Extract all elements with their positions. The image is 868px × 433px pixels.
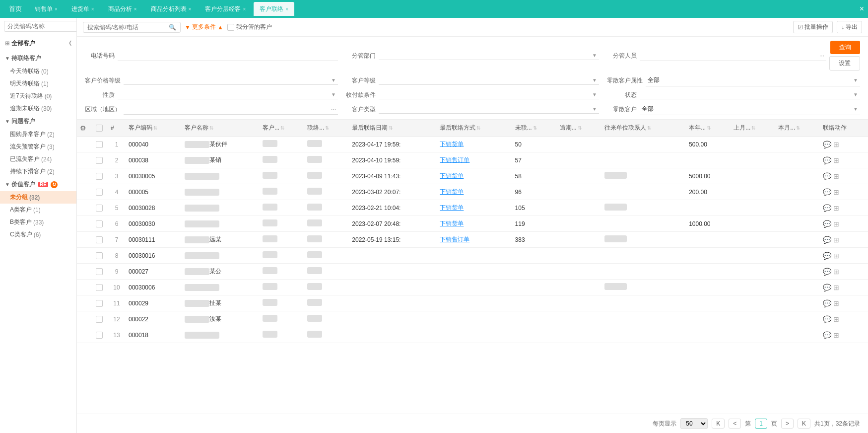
close-product-analysis-list-icon[interactable]: × bbox=[189, 6, 192, 12]
td-last-method[interactable] bbox=[437, 264, 512, 280]
home-tab[interactable]: 首页 bbox=[4, 4, 27, 13]
grid-action-icon[interactable]: ⊞ bbox=[833, 252, 839, 260]
tab-customer-segment[interactable]: 客户分层经客 × bbox=[199, 2, 252, 16]
close-purchase-icon[interactable]: × bbox=[91, 6, 94, 12]
last-page-button[interactable]: K bbox=[798, 419, 810, 429]
th-unlinked[interactable]: 未联... bbox=[512, 120, 557, 137]
sidebar-search-input[interactable] bbox=[4, 21, 77, 32]
grid-action-icon[interactable]: ⊞ bbox=[833, 188, 839, 196]
message-icon[interactable]: 💬 bbox=[823, 252, 831, 260]
th-this-month[interactable]: 本月... bbox=[775, 120, 820, 137]
customer-level-select[interactable]: ▼ bbox=[379, 76, 599, 85]
reset-button[interactable]: 设置 bbox=[829, 56, 860, 71]
close-sales-icon[interactable]: × bbox=[55, 6, 58, 12]
close-customer-segment-icon[interactable]: × bbox=[243, 6, 246, 12]
row-checkbox[interactable] bbox=[96, 157, 103, 164]
message-icon[interactable]: 💬 bbox=[823, 220, 831, 228]
sidebar-item-hoard-abnormal[interactable]: 囤购异常客户(2) bbox=[0, 128, 76, 141]
retail-attr-select[interactable]: 全部 ▼ bbox=[646, 74, 860, 86]
select-all-checkbox[interactable] bbox=[96, 125, 103, 132]
batch-ops-button[interactable]: ☑ 批量操作 bbox=[793, 21, 833, 33]
td-last-method[interactable] bbox=[437, 311, 512, 327]
td-checkbox[interactable] bbox=[93, 264, 108, 280]
message-icon[interactable]: 💬 bbox=[823, 299, 831, 307]
settings-icon[interactable]: ⚙ bbox=[80, 124, 86, 132]
grid-action-icon[interactable]: ⊞ bbox=[833, 284, 839, 291]
row-checkbox[interactable] bbox=[96, 284, 103, 291]
sidebar-all-customers[interactable]: ⊞ 全部客户 《 bbox=[0, 35, 76, 52]
th-last-month[interactable]: 上月... bbox=[731, 120, 775, 137]
th-settings[interactable]: ⚙ bbox=[77, 120, 93, 137]
td-checkbox[interactable] bbox=[93, 184, 108, 200]
row-checkbox[interactable] bbox=[96, 205, 103, 212]
row-checkbox[interactable] bbox=[96, 316, 103, 323]
th-checkbox[interactable] bbox=[93, 120, 108, 137]
last-method-link[interactable]: 下销货单 bbox=[440, 188, 464, 195]
grid-action-icon[interactable]: ⊞ bbox=[833, 236, 839, 244]
sidebar-item-overdue-pending[interactable]: 逾期未联络(30) bbox=[0, 102, 76, 115]
dept-select[interactable]: ▼ bbox=[379, 51, 599, 60]
phone-input[interactable] bbox=[118, 51, 338, 61]
last-method-link[interactable]: 下销货单 bbox=[440, 141, 464, 147]
row-checkbox[interactable] bbox=[96, 189, 103, 196]
row-checkbox[interactable] bbox=[96, 300, 103, 307]
sidebar-item-week-pending[interactable]: 近7天待联络(0) bbox=[0, 90, 76, 102]
grid-action-icon[interactable]: ⊞ bbox=[833, 299, 839, 307]
tab-customer-contact[interactable]: 客户联络 × bbox=[254, 2, 294, 16]
grid-action-icon[interactable]: ⊞ bbox=[833, 268, 839, 276]
td-checkbox[interactable] bbox=[93, 216, 108, 232]
message-icon[interactable]: 💬 bbox=[823, 331, 831, 339]
export-button[interactable]: ↓ 导出 bbox=[837, 21, 862, 33]
sidebar-group-value[interactable]: ▼ 价值客户 RE ↻ bbox=[0, 178, 76, 191]
sidebar-item-loss-warning[interactable]: 流失预警客户(3) bbox=[0, 141, 76, 153]
manager-more-icon[interactable]: ··· bbox=[819, 52, 824, 59]
last-method-link[interactable]: 下销售订单 bbox=[440, 156, 469, 163]
last-method-link[interactable]: 下销货单 bbox=[440, 204, 464, 211]
td-checkbox[interactable] bbox=[93, 168, 108, 184]
close-customer-contact-icon[interactable]: × bbox=[285, 6, 288, 12]
td-checkbox[interactable] bbox=[93, 152, 108, 168]
message-icon[interactable]: 💬 bbox=[823, 204, 831, 212]
td-last-method[interactable]: 下销货单 bbox=[437, 216, 512, 232]
message-icon[interactable]: 💬 bbox=[823, 188, 831, 196]
row-checkbox[interactable] bbox=[96, 141, 103, 148]
row-checkbox[interactable] bbox=[96, 268, 103, 275]
sidebar-item-ungrouped[interactable]: 未分组(32) bbox=[0, 191, 76, 204]
sidebar-item-class-a[interactable]: A类客户(1) bbox=[0, 204, 76, 216]
td-last-method[interactable] bbox=[437, 295, 512, 311]
close-window-icon[interactable]: × bbox=[860, 4, 864, 13]
price-level-select[interactable]: ▼ bbox=[124, 76, 338, 85]
grid-action-icon[interactable]: ⊞ bbox=[833, 220, 839, 228]
close-product-analysis-icon[interactable]: × bbox=[134, 6, 137, 12]
row-checkbox[interactable] bbox=[96, 173, 103, 180]
grid-action-icon[interactable]: ⊞ bbox=[833, 315, 839, 323]
status-select[interactable]: ▼ bbox=[640, 90, 860, 99]
sidebar-item-tomorrow-pending[interactable]: 明天待联络(1) bbox=[0, 77, 76, 90]
sidebar-collapse-icon[interactable]: 《 bbox=[66, 40, 71, 47]
query-button[interactable]: 查询 bbox=[830, 41, 860, 54]
th-this-year[interactable]: 本年... bbox=[686, 120, 731, 137]
message-icon[interactable]: 💬 bbox=[823, 268, 831, 276]
last-method-link[interactable]: 下销售订单 bbox=[440, 236, 469, 243]
row-checkbox[interactable] bbox=[96, 236, 103, 243]
th-overdue[interactable]: 逾期... bbox=[557, 120, 601, 137]
sidebar-item-lost[interactable]: 已流失客户(24) bbox=[0, 153, 76, 165]
grid-action-icon[interactable]: ⊞ bbox=[833, 204, 839, 212]
sidebar-item-class-b[interactable]: B类客户(33) bbox=[0, 216, 76, 228]
td-checkbox[interactable] bbox=[93, 232, 108, 248]
td-checkbox[interactable] bbox=[93, 311, 108, 327]
sidebar-item-class-c[interactable]: C类客户(6) bbox=[0, 228, 76, 241]
th-unit-contact[interactable]: 往来单位联系人 bbox=[601, 120, 686, 137]
row-checkbox[interactable] bbox=[96, 252, 103, 259]
td-last-method[interactable]: 下销售订单 bbox=[437, 152, 512, 168]
td-last-method[interactable]: 下销货单 bbox=[437, 168, 512, 184]
my-customers-checkbox[interactable] bbox=[227, 24, 234, 31]
td-last-method[interactable] bbox=[437, 327, 512, 343]
filter-search-icon[interactable]: 🔍 bbox=[169, 24, 176, 31]
th-customer-type[interactable]: 客户... bbox=[260, 120, 304, 137]
row-checkbox[interactable] bbox=[96, 220, 103, 227]
sidebar-item-today-pending[interactable]: 今天待联络(0) bbox=[0, 65, 76, 77]
message-icon[interactable]: 💬 bbox=[823, 284, 831, 291]
tab-product-analysis-list[interactable]: 商品分析列表 × bbox=[145, 2, 198, 16]
next-page-button[interactable]: > bbox=[781, 419, 794, 429]
